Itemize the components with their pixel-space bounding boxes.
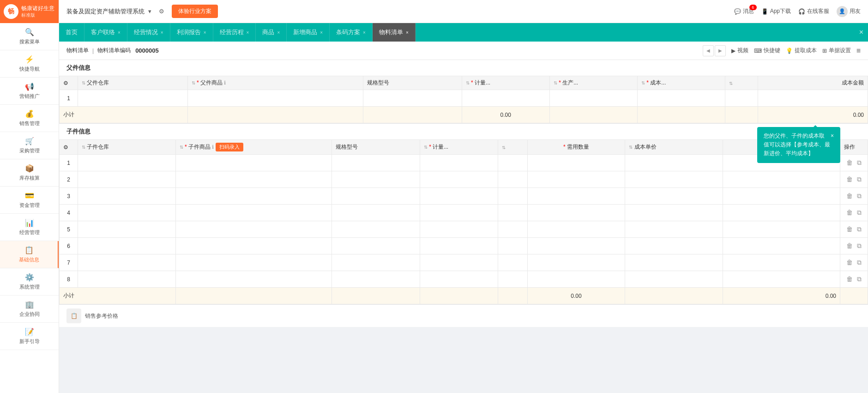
breadcrumb-item[interactable]: 物料清单 [66,47,89,54]
sidebar-item-system[interactable]: ⚙️系统管理 [0,268,59,296]
tab-home[interactable]: 首页 [59,23,84,42]
sort-icon[interactable]: ⇅ [82,80,85,85]
copy-icon[interactable]: ⧉ [857,192,862,200]
child-sort-4[interactable] [498,205,528,221]
extract-cost-btn[interactable]: 💡 提取成本 [786,47,817,54]
child-product-7[interactable] [175,254,332,271]
child-unitcost-6[interactable] [625,238,723,254]
list-view-btn[interactable]: ≡ [856,47,861,55]
sidebar-item-enterprise[interactable]: 🏢企业协同 [0,296,59,323]
close-icon[interactable]: × [363,30,366,35]
message-button[interactable]: 💬 消息 6 [734,7,754,15]
child-warehouse-3[interactable] [78,188,176,205]
close-icon[interactable]: × [247,30,249,35]
close-all-tabs[interactable]: × [855,28,868,36]
child-spec-2[interactable] [332,171,420,188]
copy-icon[interactable]: ⧉ [857,275,862,283]
user-area[interactable]: 👤 用友 [837,6,861,17]
child-sort-1[interactable] [498,155,528,171]
child-product-5[interactable] [175,221,332,238]
sidebar-item-inventory[interactable]: 📦库存核算 [0,159,59,187]
child-qty-1[interactable] [527,155,625,171]
scan-btn[interactable]: 扫码录入 [216,143,243,151]
child-spec-4[interactable] [332,205,420,221]
delete-icon[interactable]: 🗑 [846,192,853,200]
child-spec-7[interactable] [332,254,420,271]
sidebar-item-search[interactable]: 🔍搜索菜单 [0,23,59,50]
sort-icon[interactable]: ⇅ [641,80,645,85]
view-btn[interactable]: ▶ 视频 [731,47,748,54]
sidebar-item-sales[interactable]: 💰销售管理 [0,105,59,132]
child-qty-4[interactable] [527,205,625,221]
child-product-3[interactable] [175,188,332,205]
tab-customer[interactable]: 客户联络 × [84,23,127,42]
sidebar-item-finance[interactable]: 💳资金管理 [0,187,59,214]
child-warehouse-8[interactable] [78,271,176,288]
child-unit-5[interactable] [420,221,498,238]
single-settings-btn[interactable]: ⊞ 单据设置 [822,47,851,54]
tab-barcode[interactable]: 条码方案 × [330,23,373,42]
sidebar-item-purchase[interactable]: 🛒采购管理 [0,132,59,159]
child-warehouse-7[interactable] [78,254,176,271]
child-unit-7[interactable] [420,254,498,271]
child-qty-2[interactable] [527,171,625,188]
delete-icon[interactable]: 🗑 [846,242,853,249]
child-unit-2[interactable] [420,171,498,188]
tab-bom[interactable]: 物料清单 × [373,23,416,42]
copy-icon[interactable]: ⧉ [857,159,862,166]
close-icon[interactable]: × [204,30,206,35]
parent-production-cell[interactable] [549,90,637,107]
child-spec-8[interactable] [332,271,420,288]
child-unitcost-8[interactable] [625,271,723,288]
child-unit-1[interactable] [420,155,498,171]
sort-icon[interactable]: ⇅ [502,145,506,150]
child-unitcost-4[interactable] [625,205,723,221]
child-warehouse-4[interactable] [78,205,176,221]
parent-sort-cell[interactable] [725,90,758,107]
header-dropdown-icon[interactable]: ▾ [148,8,151,15]
child-qty-7[interactable] [527,254,625,271]
sort-icon[interactable]: ⇅ [424,145,428,150]
child-unitcost-7[interactable] [625,254,723,271]
tab-profit[interactable]: 利润报告 × [170,23,213,42]
copy-icon[interactable]: ⧉ [857,225,862,233]
delete-icon[interactable]: 🗑 [846,259,853,266]
child-product-6[interactable] [175,238,332,254]
child-warehouse-5[interactable] [78,221,176,238]
child-product-8[interactable] [175,271,332,288]
child-sort-7[interactable] [498,254,528,271]
sort-icon[interactable]: ⇅ [554,80,557,85]
close-icon[interactable]: × [118,30,121,35]
copy-icon[interactable]: ⧉ [857,175,862,183]
child-unitcost-2[interactable] [625,171,723,188]
child-unit-6[interactable] [420,238,498,254]
child-warehouse-2[interactable] [78,171,176,188]
child-spec-1[interactable] [332,155,420,171]
shortcut-btn[interactable]: ⌨ 快捷键 [754,47,780,54]
child-qty-8[interactable] [527,271,625,288]
sort-icon[interactable]: ⇅ [629,145,633,150]
next-arrow[interactable]: ▶ [715,45,726,56]
child-sort-5[interactable] [498,221,528,238]
child-warehouse-1[interactable] [78,155,176,171]
parent-cost-cell[interactable] [637,90,725,107]
prev-arrow[interactable]: ◀ [703,45,714,56]
sort-icon[interactable]: ⇅ [466,80,470,85]
tab-history[interactable]: 经营历程 × [213,23,256,42]
child-spec-3[interactable] [332,188,420,205]
try-button[interactable]: 体验行业方案 [172,5,218,18]
child-unit-4[interactable] [420,205,498,221]
sort-icon[interactable]: ⇅ [729,81,733,86]
copy-icon[interactable]: ⧉ [857,259,862,266]
delete-icon[interactable]: 🗑 [846,159,853,166]
sidebar-item-quick-nav[interactable]: ⚡快捷导航 [0,50,59,78]
child-sort-2[interactable] [498,171,528,188]
sidebar-item-basic[interactable]: 📋基础信息 [0,241,59,268]
settings-button[interactable]: ⚙ [155,5,168,18]
child-sort-8[interactable] [498,271,528,288]
sort-icon[interactable]: ⇅ [180,145,183,150]
copy-icon[interactable]: ⧉ [857,242,862,249]
child-product-1[interactable] [175,155,332,171]
child-unitcost-1[interactable] [625,155,723,171]
child-unitcost-5[interactable] [625,221,723,238]
